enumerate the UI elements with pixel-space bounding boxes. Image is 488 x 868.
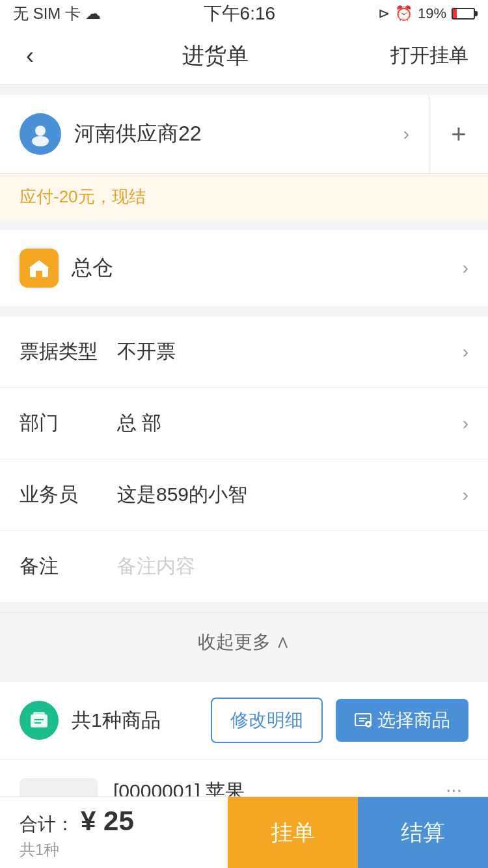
total-label: 合计： bbox=[20, 812, 74, 837]
total-section: 合计： ¥ 25 共1种 bbox=[0, 806, 228, 860]
content-area: 河南供应商22 › + 应付-20元，现结 总仓 › 票据类型 不开票 › 部门 bbox=[0, 95, 488, 868]
remark-row[interactable]: 备注 备注内容 bbox=[0, 531, 488, 602]
staff-row[interactable]: 业务员 这是859的小智 › bbox=[0, 459, 488, 531]
svg-point-0 bbox=[35, 126, 46, 136]
warehouse-chevron-icon: › bbox=[463, 258, 468, 278]
warehouse-name: 总仓 bbox=[72, 254, 456, 282]
products-count: 共1种商品 bbox=[72, 707, 198, 734]
staff-value: 这是859的小智 bbox=[104, 481, 456, 508]
location-icon: ⊳ bbox=[378, 5, 390, 22]
notice-bar: 应付-20元，现结 bbox=[0, 174, 488, 220]
status-left: 无 SIM 卡 ☁ bbox=[13, 3, 101, 24]
page-title: 进货单 bbox=[182, 41, 249, 71]
staff-label: 业务员 bbox=[20, 481, 104, 508]
svg-rect-4 bbox=[36, 271, 42, 277]
svg-rect-6 bbox=[33, 712, 45, 716]
edit-details-button[interactable]: 修改明细 bbox=[211, 698, 323, 743]
bottom-bar: 合计： ¥ 25 共1种 挂单 结算 bbox=[0, 796, 488, 868]
select-product-label: 选择商品 bbox=[377, 708, 450, 733]
battery-icon bbox=[452, 8, 475, 20]
remark-value: 备注内容 bbox=[104, 553, 468, 580]
supplier-name: 河南供应商22 bbox=[74, 120, 397, 148]
warehouse-section[interactable]: 总仓 › bbox=[0, 230, 488, 306]
warehouse-icon bbox=[20, 249, 59, 288]
status-bar: 无 SIM 卡 ☁ 下午6:16 ⊳ ⏰ 19% bbox=[0, 0, 488, 27]
hang-order-button[interactable]: 挂单 bbox=[228, 797, 358, 869]
form-section: 票据类型 不开票 › 部门 总 部 › 业务员 这是859的小智 › 备注 备注… bbox=[0, 316, 488, 602]
svg-rect-5 bbox=[31, 714, 47, 727]
staff-chevron-icon: › bbox=[463, 485, 468, 506]
select-product-button[interactable]: 选择商品 bbox=[336, 699, 468, 742]
alarm-icon: ⏰ bbox=[395, 5, 413, 22]
invoice-chevron-icon: › bbox=[463, 342, 468, 362]
settle-button[interactable]: 结算 bbox=[358, 797, 488, 869]
open-pending-button[interactable]: 打开挂单 bbox=[390, 42, 468, 69]
products-icon bbox=[20, 701, 59, 740]
supplier-chevron-icon: › bbox=[403, 124, 409, 144]
battery-text: 19% bbox=[418, 5, 446, 22]
dept-value: 总 部 bbox=[104, 410, 456, 437]
collapse-button[interactable]: 收起更多 ∧ bbox=[0, 612, 488, 671]
supplier-selector[interactable]: 河南供应商22 › bbox=[0, 95, 429, 173]
status-time: 下午6:16 bbox=[204, 1, 276, 26]
svg-marker-3 bbox=[29, 260, 49, 268]
dept-label: 部门 bbox=[20, 410, 104, 437]
nav-bar: ‹ 进货单 打开挂单 bbox=[0, 27, 488, 85]
invoice-label: 票据类型 bbox=[20, 338, 104, 365]
supplier-avatar bbox=[20, 113, 61, 155]
remark-label: 备注 bbox=[20, 553, 104, 580]
add-supplier-button[interactable]: + bbox=[429, 95, 488, 173]
back-button[interactable]: ‹ bbox=[20, 36, 40, 76]
dept-row[interactable]: 部门 总 部 › bbox=[0, 388, 488, 459]
dept-chevron-icon: › bbox=[463, 413, 468, 434]
invoice-value: 不开票 bbox=[104, 338, 456, 365]
total-count: 共1种 bbox=[20, 839, 208, 860]
supplier-section: 河南供应商22 › + bbox=[0, 95, 488, 174]
total-amount: ¥ 25 bbox=[81, 806, 134, 837]
svg-point-1 bbox=[32, 136, 49, 146]
invoice-row[interactable]: 票据类型 不开票 › bbox=[0, 316, 488, 388]
status-right: ⊳ ⏰ 19% bbox=[378, 5, 475, 22]
signal-text: 无 SIM 卡 ☁ bbox=[13, 3, 101, 24]
products-header: 共1种商品 修改明细 选择商品 bbox=[0, 682, 488, 759]
